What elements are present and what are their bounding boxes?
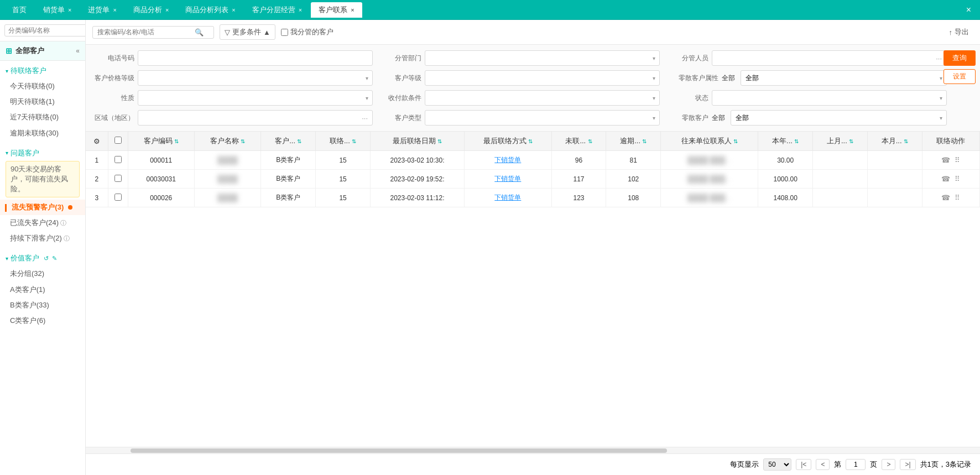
tab-home[interactable]: 首页 (4, 2, 34, 18)
filter-person-label: 分管人员 (669, 54, 708, 63)
select-all-checkbox[interactable] (114, 137, 122, 144)
sidebar-group-pending-title[interactable]: ▾ 待联络客户 (0, 63, 85, 79)
tab-analysis-list[interactable]: 商品分析列表 × (178, 2, 243, 18)
settings-btn[interactable]: 设置 (943, 69, 976, 84)
tab-customer-tier[interactable]: 客户分层经营 × (244, 2, 310, 18)
first-page-btn[interactable]: |< (796, 459, 811, 470)
tab-analysis-close[interactable]: × (165, 7, 169, 13)
th-settings[interactable]: ⚙ (86, 132, 108, 151)
filter-retail-attr-select[interactable]: 全部 (741, 70, 947, 86)
th-no-contact[interactable]: 未联... ⇅ (551, 132, 606, 151)
last-page-btn[interactable]: >| (900, 459, 915, 470)
prev-page-btn[interactable]: < (816, 459, 830, 470)
filter-phone-input[interactable] (138, 50, 373, 66)
filter-search-box: 🔍 (92, 26, 214, 39)
action-phone-icon[interactable]: ☎ (941, 175, 950, 183)
th-last-type[interactable]: 最后联络方式 ⇅ (465, 132, 552, 151)
action-menu-icon[interactable]: ⠿ (955, 175, 960, 183)
sidebar-item-ungrouped[interactable]: 未分组(32) (0, 266, 85, 281)
action-menu-icon[interactable]: ⠿ (955, 194, 960, 202)
refresh-icon[interactable]: ↺ (44, 255, 49, 262)
cell-last-type[interactable]: 下销货单 (465, 151, 552, 170)
sidebar-all-customers[interactable]: ⊞ 全部客户 « (0, 41, 85, 61)
sidebar-item-overdue[interactable]: 逾期未联络(30) (0, 126, 85, 141)
sidebar-item-class-b[interactable]: B类客户(33) (0, 297, 85, 313)
filter-nature-select[interactable] (138, 90, 373, 106)
action-phone-icon[interactable]: ☎ (941, 194, 950, 202)
tab-customer-contact-close[interactable]: × (351, 7, 354, 13)
tab-sales[interactable]: 销货单 × (35, 2, 79, 18)
row-checkbox[interactable] (114, 194, 122, 201)
th-contact-person[interactable]: 往来单位联系人 ⇅ (661, 132, 758, 151)
close-all-btn[interactable]: × (962, 5, 976, 15)
cell-action: ☎ ⠿ (922, 189, 979, 207)
tab-sales-close[interactable]: × (68, 7, 71, 13)
th-this-year[interactable]: 本年... ⇅ (758, 132, 813, 151)
filter-payment-select[interactable] (425, 90, 660, 106)
th-code[interactable]: 客户编码 ⇅ (128, 132, 194, 151)
filter-price-level-select[interactable] (138, 70, 373, 86)
tab-analysis-list-close[interactable]: × (232, 7, 235, 13)
th-last-month[interactable]: 上月... ⇅ (813, 132, 868, 151)
tab-purchase[interactable]: 进货单 × (80, 2, 124, 18)
sidebar-group-value-title[interactable]: ▾ 价值客户 ↺ ✎ (0, 250, 85, 266)
sidebar-item-class-a[interactable]: A类客户(1) (0, 282, 85, 297)
edit-icon[interactable]: ✎ (52, 255, 57, 262)
action-menu-icon[interactable]: ⠿ (955, 156, 960, 164)
sidebar-item-tomorrow[interactable]: 明天待联络(1) (0, 94, 85, 109)
arrow-down-icon-3: ▾ (6, 255, 8, 262)
scrollbar-thumb[interactable] (131, 448, 667, 453)
cell-this-month (867, 151, 922, 170)
th-last-date[interactable]: 最后联络日期 ⇅ (370, 132, 464, 151)
filter-retail-select[interactable]: 全部 (731, 110, 947, 126)
more-conditions-btn[interactable]: ▽ 更多条件 ▲ (220, 24, 275, 40)
customer-name-blurred: ████ (217, 175, 238, 183)
sidebar-search-input[interactable] (4, 24, 86, 36)
action-phone-icon[interactable]: ☎ (941, 156, 950, 164)
tab-analysis[interactable]: 商品分析 × (126, 2, 176, 18)
tab-customer-tier-close[interactable]: × (299, 7, 302, 13)
filter-status-select[interactable] (712, 90, 947, 106)
row-checkbox[interactable] (114, 156, 122, 163)
export-btn[interactable]: ↑ 导出 (945, 25, 974, 39)
filter-person-select[interactable]: ··· (712, 50, 947, 66)
sidebar-item-churned[interactable]: 已流失客户(24) ⓘ (0, 215, 85, 231)
tab-customer-contact[interactable]: 客户联系 × (311, 2, 362, 18)
table-header-row: ⚙ 客户编码 ⇅ 客户名称 ⇅ (86, 132, 980, 151)
sidebar-item-churn-warning[interactable]: 流失预警客户(3) (0, 200, 85, 215)
th-overdue[interactable]: 逾期... ⇅ (606, 132, 661, 151)
filter-retail-attr: 零散客户属性 全部 全部 ▾ (669, 70, 947, 86)
retail-attr-value: 全部 (722, 74, 735, 83)
page-input[interactable] (846, 459, 866, 470)
filter-customer-level-select[interactable] (425, 70, 660, 86)
filter-dept-select[interactable] (425, 50, 660, 66)
next-page-btn[interactable]: > (882, 459, 895, 470)
horizontal-scrollbar[interactable] (86, 447, 980, 453)
sidebar-item-7days[interactable]: 近7天待联络(0) (0, 109, 85, 125)
filter-price-level-wrap: ▾ (138, 70, 373, 86)
sidebar-item-class-c[interactable]: C类客户(6) (0, 313, 85, 328)
cell-last-month (813, 170, 868, 189)
query-btn[interactable]: 查询 (943, 50, 976, 66)
th-this-month[interactable]: 本月... ⇅ (867, 132, 922, 151)
th-name[interactable]: 客户名称 ⇅ (194, 132, 260, 151)
filter-search-icon[interactable]: 🔍 (195, 28, 204, 36)
tab-purchase-close[interactable]: × (113, 7, 116, 13)
th-type[interactable]: 客户... ⇅ (261, 132, 316, 151)
filter-person: 分管人员 ··· (669, 50, 947, 66)
cell-type: B类客户 (261, 170, 316, 189)
cell-last-type[interactable]: 下销货单 (465, 170, 552, 189)
sidebar-item-today[interactable]: 今天待联络(0) (0, 79, 85, 94)
my-customers-checkbox[interactable] (281, 29, 288, 36)
row-checkbox[interactable] (114, 175, 122, 182)
sidebar-item-declining[interactable]: 持续下滑客户(2) ⓘ (0, 231, 85, 246)
per-page-select[interactable]: 5020100 (763, 458, 791, 471)
sidebar-group-problem-title[interactable]: ▾ 问题客户 (0, 145, 85, 161)
filter-region-select[interactable]: ··· (138, 110, 373, 126)
customer-name-blurred: ████ (217, 156, 238, 164)
filter-customer-type-select[interactable] (425, 110, 660, 126)
cell-last-type[interactable]: 下销货单 (465, 189, 552, 207)
filter-search-input[interactable] (97, 28, 191, 36)
collapse-icon: « (76, 47, 80, 55)
th-contact[interactable]: 联络... ⇅ (316, 132, 371, 151)
